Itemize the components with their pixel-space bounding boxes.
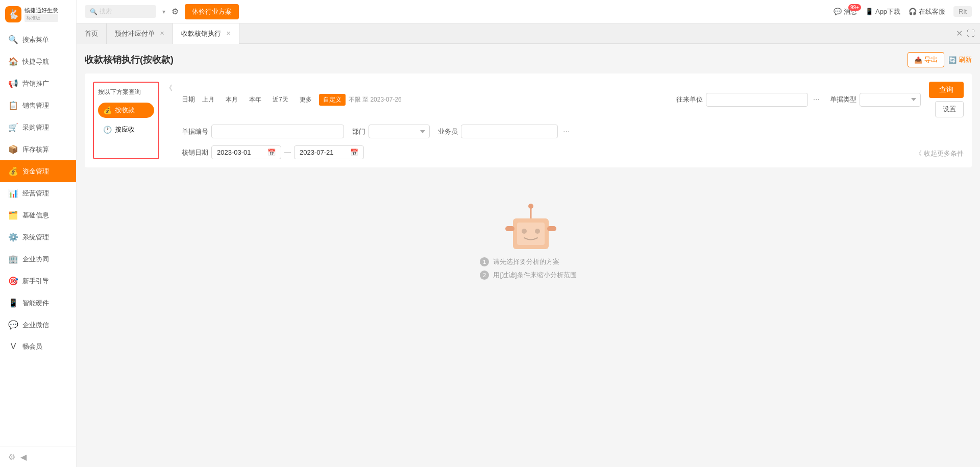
dept-select[interactable] xyxy=(369,125,430,138)
tab-close-all-btn[interactable]: ✕ xyxy=(956,29,963,38)
topbar-chevron-icon[interactable]: ▾ xyxy=(162,8,165,15)
sidebar-item-operation[interactable]: 📊 经营管理 xyxy=(0,182,76,204)
page-header: 收款核销执行(按收款) 📤 导出 🔄 刷新 xyxy=(85,52,972,67)
msg-icon: 💬 xyxy=(834,8,842,15)
refresh-icon: 🔄 xyxy=(948,56,957,64)
empty-texts: 1 请先选择要分析的方案 2 用[过滤]条件来缩小分析范围 xyxy=(480,257,576,280)
writeoff-date-label: 核销日期 xyxy=(182,148,208,157)
tab-home[interactable]: 首页 xyxy=(77,23,107,44)
sidebar-label-quicknav: 快捷导航 xyxy=(22,57,49,66)
sidebar-item-marketing[interactable]: 📢 营销推广 xyxy=(0,72,76,94)
date-btn-last-month[interactable]: 上月 xyxy=(198,94,218,106)
writeoff-end-cal-icon[interactable]: 📅 xyxy=(350,149,358,156)
topbar-gear-icon[interactable]: ⚙ xyxy=(172,7,179,16)
writeoff-date-range: 📅 — 📅 xyxy=(211,145,364,159)
sidebar-item-vip[interactable]: V 畅会员 xyxy=(0,336,76,357)
date-no-limit: 不限 至 2023-07-26 xyxy=(349,95,402,104)
sidebar-item-quicknav[interactable]: 🏠 快捷导航 xyxy=(0,51,76,72)
query-btn[interactable]: 查询 xyxy=(929,82,964,98)
writeoff-date-start-wrap: 📅 xyxy=(211,145,281,159)
sidebar-item-sales[interactable]: 📋 销售管理 xyxy=(0,94,76,116)
sidebar-item-hardware[interactable]: 📱 智能硬件 xyxy=(0,292,76,314)
billno-input[interactable] xyxy=(211,125,344,138)
marketing-icon: 📢 xyxy=(8,79,18,88)
filter-billtype-group: 单据类型 xyxy=(830,93,921,107)
topbar-user[interactable]: Rit xyxy=(953,6,972,17)
tab-home-label: 首页 xyxy=(85,29,98,38)
tab-prepay[interactable]: 预付冲应付单 ✕ xyxy=(107,23,173,44)
sidebar-item-finance[interactable]: 💰 资金管理 xyxy=(0,160,76,182)
svg-point-2 xyxy=(522,229,527,234)
sidebar-collapse-icon[interactable]: ◀ xyxy=(20,452,27,462)
svg-rect-7 xyxy=(547,226,556,231)
empty-hint-2: 2 用[过滤]条件来缩小分析范围 xyxy=(480,271,576,280)
sidebar-label-sales: 销售管理 xyxy=(22,101,49,110)
export-btn[interactable]: 📤 导出 xyxy=(908,52,944,67)
msg-badge: 99+ xyxy=(848,4,861,11)
date-btn-this-year[interactable]: 本年 xyxy=(245,94,265,106)
sidebar-item-purchase[interactable]: 🛒 采购管理 xyxy=(0,116,76,138)
main-area: 🔍 搜索 ▾ ⚙ 体验行业方案 💬 消息 99+ 📱 App下载 🎧 在线客服 … xyxy=(77,0,980,467)
filter-row-2: 单据编号 部门 业务员 ··· xyxy=(182,125,964,138)
date-btn-custom[interactable]: 自定义 xyxy=(319,94,346,106)
filter-writeoff-date-group: 核销日期 📅 — 📅 xyxy=(182,145,364,159)
sidebar: 🐇 畅捷通好生意 标准版 🔍 搜索菜单 🏠 快捷导航 📢 营销推广 📋 销售管理… xyxy=(0,0,77,467)
sidebar-item-wechat[interactable]: 💬 企业微信 xyxy=(0,314,76,336)
tab-expand-btn[interactable]: ⛶ xyxy=(967,29,975,38)
basic-icon: 🗂️ xyxy=(8,210,18,220)
filter-collapse-btn[interactable]: 《 xyxy=(165,82,176,159)
salesperson-more-icon[interactable]: ··· xyxy=(561,127,572,136)
sidebar-item-system[interactable]: ⚙️ 系统管理 xyxy=(0,226,76,248)
svg-point-5 xyxy=(528,204,533,209)
hardware-icon: 📱 xyxy=(8,298,18,308)
page-actions: 📤 导出 🔄 刷新 xyxy=(908,52,972,67)
sidebar-label-purchase: 采购管理 xyxy=(22,123,49,132)
sidebar-footer: ⚙ ◀ xyxy=(0,447,76,467)
counterpart-label: 往来单位 xyxy=(676,95,703,104)
topbar-service[interactable]: 🎧 在线客服 xyxy=(909,7,945,16)
sidebar-item-enterprise[interactable]: 🏢 企业协同 xyxy=(0,248,76,270)
empty-state: 1 请先选择要分析的方案 2 用[过滤]条件来缩小分析范围 xyxy=(85,167,972,310)
settings-btn[interactable]: 设置 xyxy=(935,101,964,117)
writeoff-date-end-input[interactable] xyxy=(300,149,348,156)
date-btn-more[interactable]: 更多 xyxy=(296,94,316,106)
tab-collection[interactable]: 收款核销执行 ✕ xyxy=(173,23,239,44)
dept-label: 部门 xyxy=(352,127,365,136)
sidebar-label-operation: 经营管理 xyxy=(22,189,49,198)
sidebar-label-guide: 新手引导 xyxy=(22,277,49,286)
refresh-btn[interactable]: 🔄 刷新 xyxy=(948,52,972,67)
sidebar-item-search[interactable]: 🔍 搜索菜单 xyxy=(0,29,76,51)
sidebar-settings-icon[interactable]: ⚙ xyxy=(8,452,15,462)
inventory-icon: 📦 xyxy=(8,144,18,154)
topbar-app[interactable]: 📱 App下载 xyxy=(865,7,900,16)
filter-counterpart-group: 往来单位 ··· xyxy=(676,93,822,107)
billno-label: 单据编号 xyxy=(182,127,208,136)
tab-collection-close-icon[interactable]: ✕ xyxy=(226,30,231,37)
topbar-search[interactable]: 🔍 搜索 xyxy=(85,5,156,18)
sidebar-item-basic[interactable]: 🗂️ 基础信息 xyxy=(0,204,76,226)
sidebar-label-finance: 资金管理 xyxy=(22,167,49,176)
date-shortcuts: 上月 本月 本年 近7天 更多 自定义 xyxy=(198,94,346,106)
sidebar-item-inventory[interactable]: 📦 库存核算 xyxy=(0,138,76,160)
page-content: 收款核销执行(按收款) 📤 导出 🔄 刷新 按以下方案查询 💰 按收款 xyxy=(77,44,980,467)
salesperson-input[interactable] xyxy=(461,125,558,138)
writeoff-start-cal-icon[interactable]: 📅 xyxy=(267,149,276,156)
collapse-more-btn[interactable]: 《 收起更多条件 xyxy=(915,147,964,158)
topbar-msg[interactable]: 💬 消息 99+ xyxy=(834,7,857,16)
empty-illustration xyxy=(503,198,559,254)
counterpart-input[interactable] xyxy=(706,93,808,107)
writeoff-date-start-input[interactable] xyxy=(217,149,265,156)
filter-option-collection[interactable]: 💰 按收款 xyxy=(98,103,154,118)
tab-prepay-label: 预付冲应付单 xyxy=(115,29,155,38)
tabbar: 首页 预付冲应付单 ✕ 收款核销执行 ✕ ✕ ⛶ xyxy=(77,23,980,44)
sidebar-item-guide[interactable]: 🎯 新手引导 xyxy=(0,270,76,292)
tab-prepay-close-icon[interactable]: ✕ xyxy=(160,30,164,37)
filter-option-receivable[interactable]: 🕐 按应收 xyxy=(98,122,154,137)
counterpart-more-icon[interactable]: ··· xyxy=(811,95,822,104)
billtype-select[interactable] xyxy=(860,93,921,107)
date-btn-this-month[interactable]: 本月 xyxy=(222,94,242,106)
industry-btn[interactable]: 体验行业方案 xyxy=(185,4,239,19)
date-btn-7days[interactable]: 近7天 xyxy=(268,94,292,106)
collapse-more-label: 收起更多条件 xyxy=(924,149,964,158)
sidebar-label-search: 搜索菜单 xyxy=(22,35,49,44)
